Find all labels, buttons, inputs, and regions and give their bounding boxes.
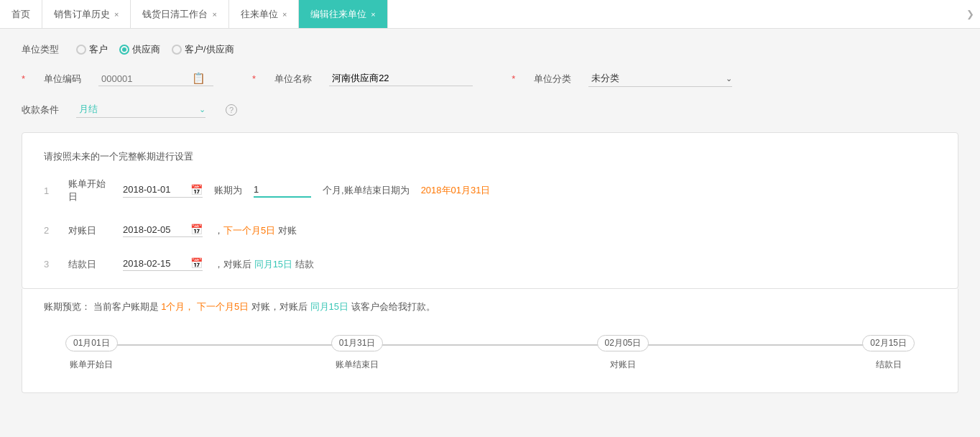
unit-name-star: * bbox=[252, 73, 256, 84]
timeline-node-3-date: 02月05日 bbox=[597, 335, 650, 351]
period-date-1: 📅 bbox=[123, 184, 203, 198]
preview-part2: 下一个月5日 bbox=[197, 301, 249, 312]
payment-terms-select[interactable]: 月结 ⌄ bbox=[76, 101, 205, 118]
period-months-input[interactable] bbox=[254, 184, 311, 198]
preview-label: 账期预览： bbox=[44, 301, 91, 312]
radio-customer-supplier-circle bbox=[172, 45, 182, 55]
payment-terms-help-icon[interactable]: ? bbox=[226, 104, 237, 116]
radio-customer[interactable]: 客户 bbox=[76, 43, 108, 56]
unit-category-label: 单位分类 bbox=[534, 73, 571, 86]
unit-name-input[interactable] bbox=[329, 72, 473, 86]
period-date-3-input[interactable] bbox=[123, 258, 188, 269]
timeline-node-4: 02月15日 结款日 bbox=[862, 335, 915, 371]
tab-cash-goods-workbench-label: 钱货日清工作台 bbox=[142, 8, 208, 21]
timeline-node-2-date: 01月31日 bbox=[331, 335, 384, 351]
payment-terms-label: 收款条件 bbox=[22, 104, 59, 116]
period-label-2: 对账日 bbox=[68, 224, 111, 237]
unit-category-select[interactable]: 未分类 ⌄ bbox=[588, 70, 732, 87]
tab-edit-transaction-unit-close[interactable]: × bbox=[371, 10, 375, 19]
timeline-node-3-label: 对账日 bbox=[610, 359, 636, 371]
tab-sales-order-history-close[interactable]: × bbox=[114, 10, 119, 19]
payment-terms-row: 收款条件 月结 ⌄ ? bbox=[22, 101, 958, 118]
period-date-2-input[interactable] bbox=[123, 224, 188, 235]
timeline-items: 01月01日 账单开始日 01月31日 账单结束日 02月05日 对账日 02月… bbox=[65, 335, 915, 371]
radio-customer-supplier-label: 客户/供应商 bbox=[185, 43, 234, 56]
unit-category-value: 未分类 bbox=[588, 70, 726, 86]
period-row3-suffix: ，对账后 同月15日 结款 bbox=[214, 258, 314, 271]
radio-supplier[interactable]: 供应商 bbox=[119, 43, 160, 56]
unit-name-label: 单位名称 bbox=[274, 73, 312, 86]
tab-cash-goods-workbench[interactable]: 钱货日清工作台 × bbox=[131, 0, 228, 28]
timeline-node-4-label: 结款日 bbox=[876, 359, 902, 371]
period-row-2: 2 对账日 📅 ，下一个月5日 对账 bbox=[44, 224, 936, 237]
tabs-scroll-arrow[interactable]: ❯ bbox=[961, 0, 980, 28]
period-row-1: 1 账单开始日 📅 账期为 个月,账单结束日期为 2018年01月31日 bbox=[44, 178, 936, 203]
timeline-node-2: 01月31日 账单结束日 bbox=[331, 335, 384, 371]
unit-info-row: * 单位编码 📋 * 单位名称 * 单位分类 未分类 ⌄ bbox=[22, 70, 958, 87]
radio-customer-supplier[interactable]: 客户/供应商 bbox=[172, 43, 234, 56]
tab-sales-order-history[interactable]: 销售订单历史 × bbox=[42, 0, 131, 28]
period-row-3: 3 结款日 📅 ，对账后 同月15日 结款 bbox=[44, 257, 936, 271]
radio-customer-circle bbox=[76, 45, 86, 55]
period-index-3: 3 bbox=[44, 259, 57, 270]
period-date-2: 📅 bbox=[123, 224, 203, 237]
tab-transaction-units-label: 往来单位 bbox=[241, 8, 278, 21]
period-date-3: 📅 bbox=[123, 257, 203, 271]
period-panel: 请按照未来的一个完整帐期进行设置 1 账单开始日 📅 账期为 个月,账单结束日期… bbox=[22, 132, 958, 289]
timeline-node-2-label: 账单结束日 bbox=[336, 359, 379, 371]
timeline-node-1-date: 01月01日 bbox=[65, 335, 118, 351]
period-index-2: 2 bbox=[44, 225, 57, 236]
tab-edit-transaction-unit[interactable]: 编辑往来单位 × bbox=[299, 0, 387, 28]
payment-terms-value: 月结 bbox=[76, 101, 199, 117]
period-date-1-icon[interactable]: 📅 bbox=[190, 184, 203, 196]
preview-text-before: 当前客户账期是 bbox=[93, 301, 159, 312]
tabs-bar: 首页 销售订单历史 × 钱货日清工作台 × 往来单位 × 编辑往来单位 × ❯ bbox=[0, 0, 980, 29]
period-row1-prefix: 账期为 bbox=[214, 184, 242, 197]
unit-type-radio-group: 客户 供应商 客户/供应商 bbox=[76, 43, 234, 56]
unit-code-input-wrap: 📋 bbox=[98, 72, 213, 86]
timeline-container: 01月01日 账单开始日 01月31日 账单结束日 02月05日 对账日 02月… bbox=[44, 335, 936, 371]
period-date-2-icon[interactable]: 📅 bbox=[190, 224, 203, 235]
period-label-1: 账单开始日 bbox=[68, 178, 111, 203]
tab-home-label: 首页 bbox=[11, 8, 30, 21]
period-row2-suffix: ，下一个月5日 对账 bbox=[214, 224, 297, 237]
payment-terms-arrow-icon: ⌄ bbox=[199, 105, 205, 114]
unit-code-star: * bbox=[22, 73, 25, 84]
period-index-1: 1 bbox=[44, 185, 57, 196]
radio-supplier-label: 供应商 bbox=[132, 43, 160, 56]
tab-edit-transaction-unit-label: 编辑往来单位 bbox=[310, 8, 366, 21]
tab-home[interactable]: 首页 bbox=[0, 0, 42, 28]
tab-transaction-units[interactable]: 往来单位 × bbox=[229, 0, 299, 28]
radio-customer-label: 客户 bbox=[89, 43, 108, 56]
preview-part1: 1个月， bbox=[161, 301, 194, 312]
tab-transaction-units-close[interactable]: × bbox=[282, 10, 287, 19]
period-row1-suffix: 个月,账单结束日期为 bbox=[323, 184, 410, 197]
timeline-node-4-date: 02月15日 bbox=[862, 335, 915, 351]
unit-code-icon[interactable]: 📋 bbox=[192, 72, 205, 85]
timeline-node-3: 02月05日 对账日 bbox=[597, 335, 650, 371]
period-date-3-icon[interactable]: 📅 bbox=[190, 257, 203, 269]
period-label-3: 结款日 bbox=[68, 258, 111, 271]
timeline-node-1: 01月01日 账单开始日 bbox=[65, 335, 118, 371]
main-content: 单位类型 客户 供应商 客户/供应商 * 单位编码 📋 * 单位名称 bbox=[0, 29, 980, 437]
radio-supplier-circle bbox=[119, 45, 129, 55]
period-instruction: 请按照未来的一个完整帐期进行设置 bbox=[44, 150, 936, 163]
tab-cash-goods-workbench-close[interactable]: × bbox=[212, 10, 216, 19]
preview-after: 该客户会给我打款。 bbox=[351, 301, 435, 312]
unit-code-label: 单位编码 bbox=[44, 73, 81, 86]
unit-category-star: * bbox=[512, 73, 515, 84]
unit-type-row: 单位类型 客户 供应商 客户/供应商 bbox=[22, 43, 958, 56]
timeline-node-1-label: 账单开始日 bbox=[70, 359, 113, 371]
preview-between2: 对账，对账后 bbox=[251, 301, 308, 312]
unit-type-label: 单位类型 bbox=[22, 43, 59, 56]
period-end-date: 2018年01月31日 bbox=[421, 184, 491, 197]
unit-category-arrow-icon: ⌄ bbox=[726, 74, 732, 83]
period-date-1-input[interactable] bbox=[123, 184, 188, 195]
unit-code-input[interactable] bbox=[98, 72, 192, 86]
preview-section: 账期预览： 当前客户账期是 1个月， 下一个月5日 对账，对账后 同月15日 该… bbox=[22, 289, 958, 393]
preview-part3: 同月15日 bbox=[310, 301, 348, 312]
tab-sales-order-history-label: 销售订单历史 bbox=[54, 8, 110, 21]
preview-text: 账期预览： 当前客户账期是 1个月， 下一个月5日 对账，对账后 同月15日 该… bbox=[44, 300, 936, 313]
